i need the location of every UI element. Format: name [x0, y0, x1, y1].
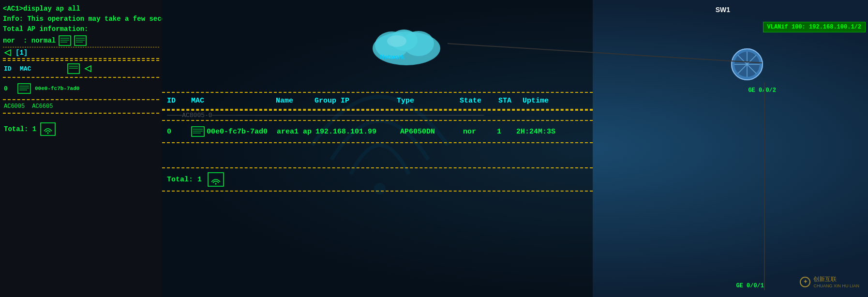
ap-device-icon [17, 83, 31, 94]
ac6605-label: AC6605 [32, 103, 53, 110]
nor-row: nor : normal [3, 35, 159, 46]
header-sta: STA [498, 97, 523, 105]
count-bracket: [1] [15, 49, 28, 57]
table-header-row: ID MAC Name Group IP Type State STA Upti… [162, 92, 593, 110]
ap-data-row: 0 00e0-fc7b-7ad0 area1 ap 192.168.101.99… [162, 121, 593, 142]
col-id-header: ID [4, 65, 16, 73]
col-mac-header: MAC [20, 65, 63, 73]
ap-row-device-icon [191, 126, 205, 137]
ac6005-label: AC6005 [4, 103, 25, 110]
device-icon-header [67, 63, 80, 74]
header-type: Type [397, 97, 460, 105]
wifi-icon [40, 122, 56, 136]
ap-type: AP6050DN [400, 128, 463, 136]
total-label: Total: 1 [4, 125, 36, 133]
header-state: State [460, 97, 498, 105]
svg-point-25 [215, 183, 217, 185]
cloud-svg [365, 17, 448, 70]
total-wifi-icon [208, 172, 224, 187]
watermark-icon: ✦ [800, 277, 810, 287]
network-label: Network [380, 53, 404, 60]
arrow-icon-2 [84, 65, 92, 73]
total-row-terminal: Total: 1 [3, 119, 159, 140]
header-id: ID [167, 97, 191, 105]
total-count: Total: 1 [167, 176, 202, 184]
watermark: ✦ 创新互联 CHUANG XIN HU LIAN [800, 275, 859, 288]
router-icon-container [725, 46, 769, 85]
header-name: Name [276, 97, 314, 105]
ap-sta: 1 [497, 128, 516, 136]
svg-marker-8 [5, 50, 11, 56]
svg-rect-9 [68, 64, 79, 74]
ap-mac: 00e0-fc7b-7ad0 [207, 128, 277, 136]
network-panel: ID MAC Name Group IP Type State STA Upti… [162, 0, 868, 297]
svg-rect-20 [192, 127, 204, 136]
dash-sep-1 [3, 58, 159, 59]
empty-space [162, 143, 593, 167]
dash-sep-4 [3, 99, 159, 100]
svg-rect-13 [18, 84, 30, 93]
ac8005-row: ────AC8005-0────────────────────────────… [162, 110, 593, 120]
watermark-text: 创新互联 CHUANG XIN HU LIAN [813, 275, 859, 288]
ap-uptime: 2H:24M:3S [516, 128, 574, 136]
ap-groupip: 192.168.101.99 [315, 128, 400, 136]
svg-point-30 [387, 35, 406, 47]
dash-sep-3 [3, 77, 159, 78]
terminal-panel: <AC1>display ap all Info: This operation… [0, 0, 162, 297]
sw1-label: SW1 [716, 6, 730, 14]
header-uptime: Uptime [523, 97, 581, 105]
arrow-icon [3, 48, 13, 57]
terminal-command: <AC1>display ap all [3, 4, 159, 14]
device-icon-1 [59, 35, 71, 46]
svg-marker-12 [85, 66, 91, 72]
ge-top-label: GE 0/0/2 [748, 87, 776, 94]
ap-state: nor [463, 128, 497, 136]
svg-rect-4 [75, 36, 86, 45]
nor-label: nor : normal [3, 36, 56, 46]
svg-point-18 [47, 133, 49, 134]
svg-rect-0 [59, 36, 71, 45]
ac-labels-row: AC6005 AC6605 [3, 101, 159, 112]
vlanif-badge: VLANif 100: 192.168.100.1/2 [763, 22, 866, 32]
terminal-info: Info: This operation may take a few seco… [3, 14, 159, 24]
dash-sep-5 [3, 113, 159, 114]
cloud-container: Network [365, 17, 448, 73]
header-mac: MAC [191, 97, 276, 105]
ap-data-row-terminal: 0 00e0-fc7b-7ad0 [3, 79, 159, 98]
dash-sep-2 [3, 60, 159, 61]
terminal-total-ap: Total AP information: [3, 24, 159, 34]
ge-bottom-label: GE 0/0/1 [736, 282, 764, 289]
separator-bracket: [1] [3, 47, 159, 57]
table-header-terminal: ID MAC [3, 61, 159, 76]
ap-id-terminal: 0 [4, 85, 14, 92]
ap-id: 0 [167, 128, 191, 136]
ap-name: area1 ap [277, 128, 315, 136]
router-svg [725, 46, 769, 82]
ap-mac-terminal: 00e0-fc7b-7ad0 [35, 86, 88, 91]
total-row: Total: 1 [162, 168, 593, 192]
header-groupip: Group IP [314, 97, 397, 105]
device-icon-2 [74, 35, 87, 46]
